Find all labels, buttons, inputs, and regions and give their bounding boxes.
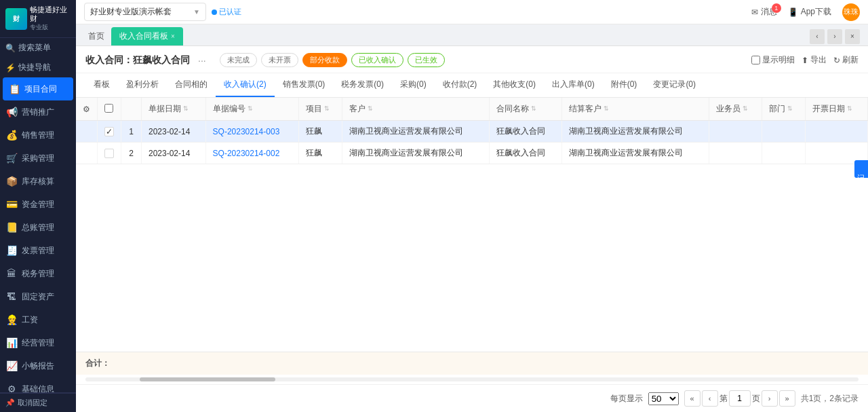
contract-header: 收入合同： 狂飙收入合同 ··· 未完成 未开票 部分收款 已收入确认 已生效 … bbox=[76, 46, 868, 73]
th-no[interactable]: 单据编号 ⇅ bbox=[205, 98, 298, 121]
tab-payment[interactable]: 收付款(2) bbox=[435, 73, 486, 97]
sidebar-item-tax[interactable]: 🏛 税务管理 bbox=[0, 262, 76, 285]
tab-nav-prev[interactable]: ‹ bbox=[810, 29, 825, 44]
user-avatar-button[interactable]: 珠珠 bbox=[842, 3, 860, 21]
tab-kanban[interactable]: 看板 bbox=[85, 73, 118, 97]
table-row[interactable]: ✓ 1 2023-02-14 SQ-20230214-003 狂飙 湖南卫视商业… bbox=[76, 121, 868, 143]
scroll-thumb[interactable] bbox=[140, 377, 275, 381]
th-dept-sort-icon: ⇅ bbox=[787, 106, 793, 112]
sidebar-item-assets[interactable]: 🏗 固定资产 bbox=[0, 285, 76, 308]
per-page-select[interactable]: 50 100 200 bbox=[648, 392, 679, 405]
th-dept[interactable]: 部门 ⇅ bbox=[762, 98, 805, 121]
export-button[interactable]: ⬆ 导出 bbox=[802, 54, 827, 66]
th-num bbox=[121, 98, 142, 121]
th-contract[interactable]: 合同名称 ⇅ bbox=[490, 98, 562, 121]
sidebar-item-purchase-label: 采购管理 bbox=[22, 153, 54, 164]
page-number-input[interactable] bbox=[729, 390, 751, 407]
sidebar-item-ops[interactable]: 📊 经营管理 bbox=[0, 331, 76, 354]
status-badge-incomplete[interactable]: 未完成 bbox=[220, 53, 257, 67]
sidebar-item-purchase[interactable]: 🛒 采购管理 bbox=[0, 147, 76, 170]
tab-profit[interactable]: 盈利分析 bbox=[118, 73, 167, 97]
app-download-button[interactable]: 📱 App下载 bbox=[788, 6, 831, 18]
tab-nav-next[interactable]: › bbox=[827, 29, 842, 44]
sidebar-search[interactable]: 🔍 搜索菜单 bbox=[0, 38, 76, 58]
horizontal-scrollbar[interactable] bbox=[76, 375, 868, 384]
sidebar-item-general[interactable]: 📒 总账管理 bbox=[0, 216, 76, 239]
next-page-button[interactable]: › bbox=[762, 390, 778, 407]
refresh-button[interactable]: ↻ 刷新 bbox=[833, 54, 859, 66]
status-badge-confirmed[interactable]: 已收入确认 bbox=[351, 53, 403, 67]
select-all-checkbox[interactable] bbox=[104, 104, 113, 113]
sidebar-item-marketing-label: 营销推广 bbox=[22, 107, 54, 118]
th-dept-label: 部门 bbox=[769, 103, 785, 115]
sidebar-quicknav[interactable]: ⚡ 快捷导航 bbox=[0, 58, 76, 77]
status-badge-partial-payment[interactable]: 部分收款 bbox=[302, 53, 347, 67]
note-side-panel[interactable]: 记 bbox=[854, 160, 868, 178]
th-customer[interactable]: 客户 ⇅ bbox=[342, 98, 490, 121]
message-button[interactable]: ✉ 1 消息 bbox=[751, 6, 777, 18]
th-open-date[interactable]: 开票日期 ⇅ bbox=[806, 98, 868, 121]
show-detail-checkbox[interactable] bbox=[751, 56, 760, 64]
sidebar-item-report[interactable]: 📈 小畅报告 bbox=[0, 354, 76, 377]
row-no-link[interactable]: SQ-20230214-003 bbox=[213, 127, 280, 136]
tab-close-button[interactable]: × bbox=[171, 33, 175, 40]
invoice-icon: 🧾 bbox=[5, 244, 18, 257]
tab-contract-related[interactable]: 合同相的 bbox=[167, 73, 216, 97]
row-no[interactable]: SQ-20230214-003 bbox=[205, 121, 298, 143]
breadcrumb-home[interactable]: 首页 bbox=[84, 28, 108, 45]
sidebar-item-inventory[interactable]: 📦 库存核算 bbox=[0, 170, 76, 193]
row-salesperson bbox=[709, 121, 762, 143]
tab-purchase[interactable]: 采购(0) bbox=[392, 73, 435, 97]
row-checkbox-cell[interactable]: ✓ bbox=[98, 121, 121, 143]
th-salesperson-sort-icon: ⇅ bbox=[743, 106, 748, 112]
row-no-link[interactable]: SQ-20230214-002 bbox=[213, 149, 280, 158]
content-panel: 收入合同： 狂飙收入合同 ··· 未完成 未开票 部分收款 已收入确认 已生效 … bbox=[76, 46, 868, 412]
table-row[interactable]: 2 2023-02-14 SQ-20230214-002 狂飙 湖南卫视商业运营… bbox=[76, 143, 868, 164]
sidebar-item-basic[interactable]: ⚙ 基础信息 bbox=[0, 377, 76, 392]
th-gear[interactable]: ⚙ bbox=[76, 98, 98, 121]
row-checkbox[interactable]: ✓ bbox=[104, 127, 114, 136]
tab-attachment[interactable]: 附件(0) bbox=[603, 73, 646, 97]
tab-tax-invoice[interactable]: 税务发票(0) bbox=[333, 73, 392, 97]
status-badge-uninvoiced[interactable]: 未开票 bbox=[261, 53, 298, 67]
prev-page-button[interactable]: ‹ bbox=[702, 390, 718, 407]
status-badges: 未完成 未开票 部分收款 已收入确认 已生效 bbox=[220, 53, 445, 67]
th-date[interactable]: 单据日期 ⇅ bbox=[142, 98, 206, 121]
status-badge-effective[interactable]: 已生效 bbox=[408, 53, 445, 67]
tab-other-income[interactable]: 其他收支(0) bbox=[485, 73, 544, 97]
row-checkbox[interactable] bbox=[104, 149, 114, 158]
th-project[interactable]: 项目 ⇅ bbox=[299, 98, 342, 121]
sidebar-item-sales[interactable]: 💰 销售管理 bbox=[0, 124, 76, 147]
row-no[interactable]: SQ-20230214-002 bbox=[205, 143, 298, 164]
th-checkbox[interactable] bbox=[98, 98, 121, 121]
row-contract: 狂飙收入合同 bbox=[490, 121, 562, 143]
th-salesperson-label: 业务员 bbox=[716, 103, 741, 115]
sidebar-item-hr[interactable]: 👷 工资 bbox=[0, 308, 76, 331]
sidebar-item-project[interactable]: 📋 项目合同 bbox=[3, 77, 73, 100]
sidebar-item-marketing[interactable]: 📢 营销推广 bbox=[0, 100, 76, 124]
th-final-customer[interactable]: 结算客户 ⇅ bbox=[561, 98, 709, 121]
page-label: 第 bbox=[719, 393, 728, 405]
th-customer-label: 客户 bbox=[349, 103, 366, 115]
contract-name: 狂飙收入合同 bbox=[133, 54, 190, 67]
app-version: 专业版 bbox=[30, 23, 71, 32]
active-tab[interactable]: 收入合同看板 × bbox=[111, 27, 183, 45]
row-checkbox-cell[interactable] bbox=[98, 143, 121, 164]
tab-sales-invoice[interactable]: 销售发票(0) bbox=[275, 73, 334, 97]
show-detail-toggle[interactable]: 显示明细 bbox=[751, 54, 795, 66]
message-icon: ✉ bbox=[751, 7, 758, 17]
more-button[interactable]: ··· bbox=[198, 55, 206, 66]
tab-nav-close-all[interactable]: × bbox=[845, 29, 860, 44]
sidebar-item-funds[interactable]: 💳 资金管理 bbox=[0, 193, 76, 216]
sidebar-bottom-pin[interactable]: 📌 取消固定 bbox=[0, 393, 76, 412]
company-selector[interactable]: 好业财专业版演示帐套 ▼ bbox=[84, 3, 206, 21]
tab-warehouse[interactable]: 出入库单(0) bbox=[544, 73, 603, 97]
first-page-button[interactable]: « bbox=[684, 390, 701, 407]
tab-change-log[interactable]: 变更记录(0) bbox=[645, 73, 704, 97]
th-salesperson[interactable]: 业务员 ⇅ bbox=[709, 98, 762, 121]
tab-revenue-confirm[interactable]: 收入确认(2) bbox=[216, 73, 275, 97]
row-num: 2 bbox=[121, 143, 142, 164]
th-date-sort-icon: ⇅ bbox=[183, 106, 189, 112]
sidebar-item-invoice[interactable]: 🧾 发票管理 bbox=[0, 239, 76, 262]
last-page-button[interactable]: » bbox=[779, 390, 795, 407]
